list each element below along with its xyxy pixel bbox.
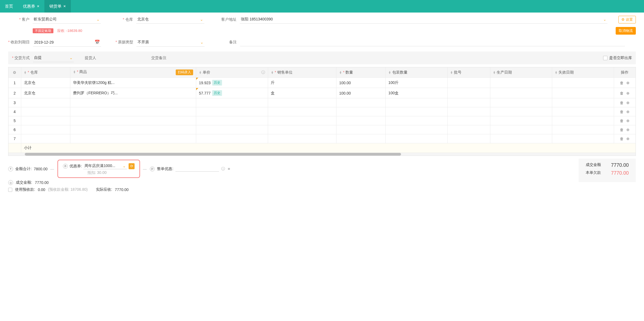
delete-row-icon[interactable]: 🗑 <box>620 110 624 114</box>
refresh-coupon-button[interactable]: ⟳ <box>129 163 135 169</box>
total-value: 7800.00 <box>34 167 48 171</box>
add-row-icon[interactable]: ⊕ <box>626 101 630 105</box>
col-warehouse[interactable]: ▲▼*仓库 <box>21 67 70 78</box>
calendar-icon: 📅 <box>95 40 100 45</box>
instant-out-checkbox[interactable]: 是否立即出库 <box>603 56 632 60</box>
delivery-method-select[interactable]: 自提⌄ <box>33 54 74 62</box>
col-exp-date[interactable]: ▲▼失效日期 <box>552 67 614 78</box>
chevron-down-icon: ⌄ <box>96 17 100 22</box>
col-batch[interactable]: ▲▼批号 <box>447 67 490 78</box>
delete-row-icon[interactable]: 🗑 <box>620 81 624 85</box>
tab-sales-order[interactable]: 销货单✕ <box>44 0 71 13</box>
table-row[interactable]: 2北京仓费列罗（FERRERO）巧...57.777历史盒100.00100盒🗑… <box>8 88 636 98</box>
delete-row-icon[interactable]: 🗑 <box>620 101 624 105</box>
coupon-select[interactable]: 周年店庆满1000...⌄ <box>83 163 127 169</box>
table-row[interactable]: 1北京仓华美华夫软饼1200g 糕...19.923历史斤100.00100斤🗑… <box>8 78 636 88</box>
sort-icon: ▲▼ <box>555 71 558 74</box>
remark-label: 备注 <box>229 40 237 44</box>
due-date-label: 收款到期日 <box>11 40 30 44</box>
cancel-logistics-button[interactable]: 取消物流 <box>616 27 636 35</box>
checkbox-icon <box>603 56 607 60</box>
delete-row-icon[interactable]: 🗑 <box>620 119 624 123</box>
col-unit[interactable]: ▲▼*销售单位 <box>268 67 336 78</box>
chevron-down-icon: ⌄ <box>200 40 203 44</box>
use-prepay-checkbox[interactable] <box>8 188 12 192</box>
settings-button[interactable]: ⚙ 设置 <box>618 16 636 23</box>
price-marker-icon <box>196 78 198 80</box>
col-product[interactable]: ▲▼*商品扫码录入 <box>70 67 196 78</box>
history-tag[interactable]: 历史 <box>212 90 222 96</box>
table-row[interactable]: 7🗑⊕ <box>8 134 636 143</box>
col-qty[interactable]: ▲▼*数量 <box>336 67 385 78</box>
horizontal-scrollbar[interactable] <box>8 153 636 156</box>
price-marker-icon <box>196 88 198 90</box>
close-icon[interactable]: ✕ <box>37 4 40 8</box>
delete-row-icon[interactable]: 🗑 <box>620 91 624 95</box>
deal-value: 7770.00 <box>35 180 49 185</box>
picker-input[interactable] <box>99 54 140 62</box>
add-row-icon[interactable]: ⊕ <box>626 81 630 85</box>
warehouse-label: 仓库 <box>125 17 133 22</box>
customer-select[interactable]: 昕东贸易公司⌄ <box>33 15 101 24</box>
warehouse-select[interactable]: 北京仓⌄ <box>136 15 204 24</box>
tabs-bar: 首页 优惠券✕ 销货单✕ <box>0 0 644 13</box>
tab-coupon[interactable]: 优惠券✕ <box>18 0 44 13</box>
credit-badge: 不固定账期 <box>33 28 53 33</box>
discount-icon: 折 <box>150 166 155 171</box>
sort-icon: ▲▼ <box>450 71 453 74</box>
history-tag[interactable]: 历史 <box>212 80 222 86</box>
items-table: ⚙ ▲▼*仓库 ▲▼*商品扫码录入 ▲▼单价ⓘ ▲▼*销售单位 ▲▼*数量 ▲▼… <box>8 67 636 156</box>
sort-icon: ▲▼ <box>339 71 342 74</box>
chevron-down-icon: ⌄ <box>123 164 126 168</box>
delete-row-icon[interactable]: 🗑 <box>620 128 624 132</box>
chevron-down-icon: ⌄ <box>69 56 73 60</box>
col-pack[interactable]: ▲▼包装数量 <box>385 67 447 78</box>
deal-icon: ◎ <box>8 180 13 185</box>
deduct-text: 抵扣: 30.00 <box>87 170 135 175</box>
footer-summary: ¥ 金额合计: 7800.00 — 券 优惠券: 周年店庆满1000...⌄ ⟳… <box>0 156 644 200</box>
table-row[interactable]: 5🗑⊕ <box>8 116 636 125</box>
col-price[interactable]: ▲▼单价ⓘ <box>196 67 268 78</box>
chevron-down-icon: ⌄ <box>200 17 203 22</box>
order-discount-input[interactable] <box>175 166 219 172</box>
invoice-type-select[interactable]: 不开票⌄ <box>136 38 205 47</box>
subtotal-label: 小计 <box>21 143 636 153</box>
col-actions: 操作 <box>614 67 636 78</box>
table-row[interactable]: 6🗑⊕ <box>8 125 636 134</box>
sort-icon: ▲▼ <box>199 71 202 74</box>
invoice-type-label: 票据类型 <box>118 40 133 44</box>
due-date-input[interactable]: 2019-12-29📅 <box>33 38 101 47</box>
sort-icon: ▲▼ <box>493 71 496 74</box>
coupon-highlight-box: 券 优惠券: 周年店庆满1000...⌄ ⟳ 抵扣: 30.00 <box>57 160 140 178</box>
currency-icon: ¥ <box>8 166 13 171</box>
delivery-remark-input[interactable] <box>170 54 592 62</box>
remark-input[interactable] <box>240 38 625 46</box>
close-icon[interactable]: ✕ <box>63 4 66 8</box>
sort-icon: ▲▼ <box>73 70 76 74</box>
add-row-icon[interactable]: ⊕ <box>626 137 630 141</box>
cust-addr-select[interactable]: 张阳 18513400390⌄ <box>240 15 607 24</box>
help-icon[interactable]: ⓘ <box>261 70 265 75</box>
add-row-icon[interactable]: ⊕ <box>626 128 630 132</box>
sort-icon: ▲▼ <box>24 71 27 74</box>
gear-icon[interactable]: ⚙ <box>13 70 16 75</box>
add-row-icon[interactable]: ⊕ <box>626 91 630 95</box>
customer-label: 客户 <box>22 17 29 22</box>
cust-addr-label: 客户地址 <box>221 17 236 22</box>
delete-row-icon[interactable]: 🗑 <box>620 137 624 141</box>
help-icon[interactable]: ⓘ <box>221 166 225 171</box>
table-row[interactable]: 4🗑⊕ <box>8 107 636 116</box>
sort-icon: ▲▼ <box>271 71 274 74</box>
add-row-icon[interactable]: ⊕ <box>626 119 630 123</box>
equals-icon: = <box>228 167 230 171</box>
col-prod-date[interactable]: ▲▼生产日期 <box>490 67 552 78</box>
chevron-down-icon: ⌄ <box>603 17 606 22</box>
coupon-icon: 券 <box>63 164 68 169</box>
receivable-text: 应收: -18639.80 <box>57 29 82 33</box>
add-row-icon[interactable]: ⊕ <box>626 110 630 114</box>
scan-button[interactable]: 扫码录入 <box>176 69 193 75</box>
totals-panel: 成交金额7770.00 本单欠款7770.00 <box>579 159 636 182</box>
sort-icon: ▲▼ <box>388 71 391 74</box>
table-row[interactable]: 3🗑⊕ <box>8 98 636 107</box>
tab-home[interactable]: 首页 <box>0 0 18 13</box>
